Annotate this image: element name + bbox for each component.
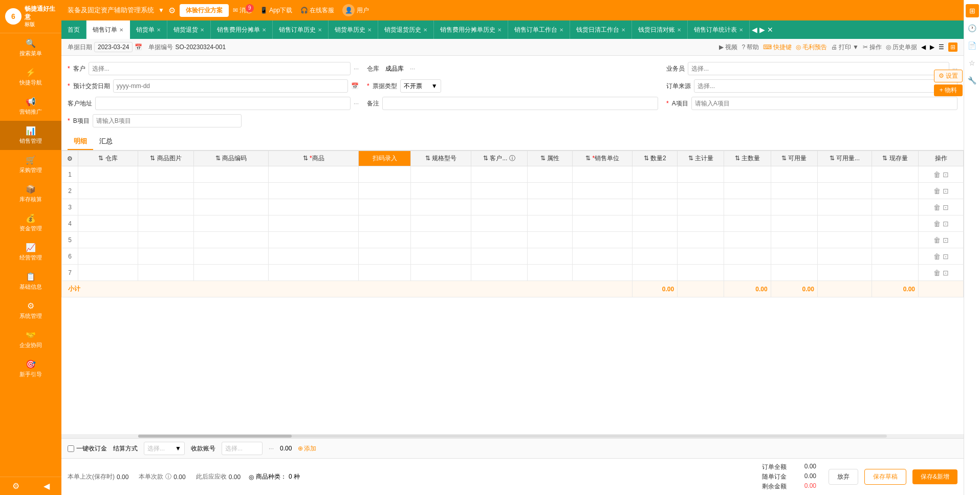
shortcut-btn[interactable]: ⌨ 快捷键	[763, 43, 792, 52]
sidebar-item-quick-nav[interactable]: ⚡ 快捷导航	[0, 62, 61, 92]
delete-icon-7[interactable]: 🗑	[933, 269, 941, 277]
row-avail2-5[interactable]	[817, 232, 872, 248]
row-avail-5[interactable]	[771, 232, 817, 248]
tab-sales-order[interactable]: 销售订单 ✕	[86, 20, 130, 39]
delivery-input[interactable]	[113, 79, 348, 93]
tab-prev-arrow[interactable]: ◀	[752, 26, 757, 34]
settings-bottom-icon[interactable]: ⚙	[12, 481, 19, 491]
row-main-qty-5[interactable]	[724, 232, 771, 248]
row-image-2[interactable]	[138, 183, 194, 199]
row-qty2-2[interactable]	[633, 183, 678, 199]
row-code-3[interactable]	[193, 199, 268, 216]
warehouse-ellipsis-btn[interactable]: ···	[410, 65, 415, 72]
tab-close-delivery-history[interactable]: ✕	[367, 27, 372, 33]
row-avail2-6[interactable]	[817, 248, 872, 265]
salesperson-input[interactable]	[688, 62, 949, 75]
customer-input[interactable]	[89, 62, 351, 75]
row-image-3[interactable]	[138, 199, 194, 216]
tab-close-delivery[interactable]: ✕	[157, 27, 161, 33]
account-select[interactable]: 选择...	[222, 442, 263, 455]
col-attr[interactable]: ⇅ 属性	[528, 151, 573, 166]
row-stock-5[interactable]	[872, 232, 918, 248]
row-product-2[interactable]	[269, 183, 359, 199]
row-warehouse-5[interactable]	[78, 232, 138, 248]
row-image-7[interactable]	[138, 265, 194, 281]
tab-menu-arrow[interactable]: ✕	[767, 26, 773, 34]
row-spec-6[interactable]	[411, 248, 471, 265]
row-attr-7[interactable]	[528, 265, 573, 281]
row-warehouse-4[interactable]	[78, 216, 138, 232]
sidebar-item-operations[interactable]: 📈 经营管理	[0, 238, 61, 267]
tab-close-expense-history[interactable]: ✕	[497, 27, 502, 33]
delete-icon-6[interactable]: 🗑	[933, 252, 941, 261]
row-image-4[interactable]	[138, 216, 194, 232]
tab-sales-order-history[interactable]: 销售订单历史 ✕	[273, 20, 329, 39]
row-unit-3[interactable]	[573, 199, 633, 216]
row-code-1[interactable]	[193, 166, 268, 183]
sidebar-item-system[interactable]: ⚙ 系统管理	[0, 296, 61, 325]
tab-order-stats[interactable]: 销售订单统计表 ✕	[688, 20, 750, 39]
delete-icon-5[interactable]: 🗑	[933, 236, 941, 244]
row-spec-5[interactable]	[411, 232, 471, 248]
row-customer-code-4[interactable]	[471, 216, 528, 232]
horizontal-scroll[interactable]	[61, 434, 964, 438]
tab-daily-reconcile[interactable]: 钱货日清对账 ✕	[632, 20, 688, 39]
tab-close-expense[interactable]: ✕	[262, 27, 266, 33]
scroll-thumb[interactable]	[138, 435, 292, 438]
row-attr-5[interactable]	[528, 232, 573, 248]
right-icon-document[interactable]: 📄	[966, 39, 979, 52]
sidebar-item-search[interactable]: 🔍 搜索菜单	[0, 33, 61, 62]
row-qty2-4[interactable]	[633, 216, 678, 232]
tab-close-workbench[interactable]: ✕	[559, 27, 563, 33]
tab-summary[interactable]: 汇总	[93, 134, 119, 150]
delivery-calendar-icon[interactable]: 📅	[351, 82, 359, 90]
col-avail[interactable]: ⇅ 可用量	[771, 151, 817, 166]
date-value[interactable]: 2023-03-24	[94, 42, 133, 52]
row-product-7[interactable]	[269, 265, 359, 281]
row-unit-2[interactable]	[573, 183, 633, 199]
delete-icon-3[interactable]: 🗑	[933, 203, 941, 211]
col-image[interactable]: ⇅ 商品图片	[138, 151, 194, 166]
view-video-btn[interactable]: ▶ 视频	[719, 43, 737, 52]
row-avail2-2[interactable]	[817, 183, 872, 199]
row-code-5[interactable]	[193, 232, 268, 248]
col-product[interactable]: ⇅ *商品	[269, 151, 359, 166]
row-code-7[interactable]	[193, 265, 268, 281]
tab-close-reconcile[interactable]: ✕	[677, 27, 681, 33]
address-ellipsis-btn[interactable]: ···	[354, 100, 359, 107]
row-warehouse-1[interactable]	[78, 166, 138, 183]
row-qty2-6[interactable]	[633, 248, 678, 265]
row-customer-code-3[interactable]	[471, 199, 528, 216]
copy-icon-1[interactable]: ⊡	[943, 170, 949, 179]
grid-view-icon[interactable]: ⊞	[948, 42, 957, 52]
sidebar-item-purchase[interactable]: 🛒 采购管理	[0, 150, 61, 179]
right-icon-settings[interactable]: ⊞	[966, 4, 979, 17]
row-spec-1[interactable]	[411, 166, 471, 183]
copy-icon-6[interactable]: ⊡	[943, 252, 949, 261]
row-spec-3[interactable]	[411, 199, 471, 216]
row-main-unit-2[interactable]	[678, 183, 724, 199]
tab-return-history[interactable]: 销货退货历史 ✕	[378, 20, 434, 39]
row-qty2-3[interactable]	[633, 199, 678, 216]
sidebar-item-marketing[interactable]: 📢 营销推广	[0, 92, 61, 121]
b-project-input[interactable]	[93, 114, 242, 127]
app-download-link[interactable]: 📱 App下载	[260, 6, 292, 15]
tab-sales-return[interactable]: 销货退货 ✕	[167, 20, 211, 39]
calendar-icon[interactable]: 📅	[135, 44, 142, 51]
tab-close-sales-order[interactable]: ✕	[119, 27, 123, 33]
copy-icon-4[interactable]: ⊡	[943, 220, 949, 228]
list-view-icon[interactable]: ☰	[939, 44, 944, 51]
order-source-input[interactable]	[694, 79, 957, 93]
row-stock-6[interactable]	[872, 248, 918, 265]
col-warehouse[interactable]: ⇅ 仓库	[78, 151, 138, 166]
tab-home[interactable]: 首页	[61, 20, 86, 39]
col-spec[interactable]: ⇅ 规格型号	[411, 151, 471, 166]
row-main-unit-6[interactable]	[678, 248, 724, 265]
sidebar-item-inventory[interactable]: 📦 库存核算	[0, 179, 61, 208]
row-image-5[interactable]	[138, 232, 194, 248]
row-spec-2[interactable]	[411, 183, 471, 199]
prev-record-icon[interactable]: ◀	[921, 44, 926, 51]
user-menu[interactable]: 👤 用户	[342, 4, 369, 16]
settle-method-select[interactable]: 选择... ▼	[144, 442, 185, 455]
collapse-icon[interactable]: ◀	[43, 481, 50, 491]
